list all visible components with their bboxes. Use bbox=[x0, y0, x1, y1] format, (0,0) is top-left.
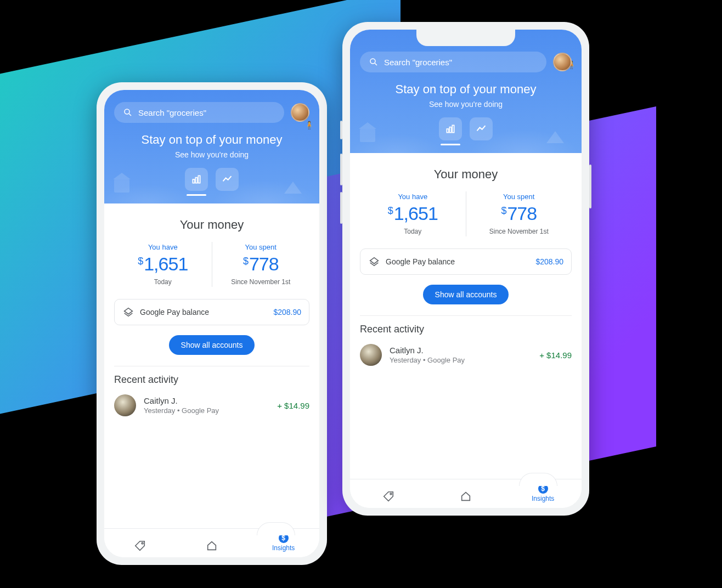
phone-mockup-left: 🧍 Search "groceries" Stay on top of your… bbox=[97, 82, 327, 565]
you-spent-label: You spent bbox=[217, 243, 306, 251]
money-summary: You have $1,651 Today You spent $778 Sin… bbox=[114, 242, 309, 287]
svg-rect-2 bbox=[447, 129, 448, 133]
search-placeholder: Search "groceries" bbox=[138, 108, 206, 117]
activity-amount: + $14.99 bbox=[277, 401, 309, 410]
google-pay-balance-card[interactable]: Google Pay balance $208.90 bbox=[360, 248, 572, 275]
recent-activity-heading: Recent activity bbox=[114, 374, 309, 386]
svg-point-0 bbox=[370, 59, 375, 64]
tab-underline bbox=[441, 144, 460, 145]
svg-rect-9 bbox=[195, 178, 197, 183]
divider bbox=[360, 315, 572, 316]
tab-bar-chart[interactable] bbox=[439, 117, 462, 140]
tab-bar-chart[interactable] bbox=[185, 168, 208, 191]
bar-chart-icon bbox=[445, 123, 456, 134]
tag-icon bbox=[382, 490, 394, 502]
nav-tab-offers[interactable] bbox=[366, 490, 410, 502]
activity-meta: Yesterday • Google Pay bbox=[144, 406, 269, 415]
nav-tab-offers[interactable] bbox=[118, 540, 162, 552]
activity-name: Caitlyn J. bbox=[144, 396, 269, 405]
bottom-nav: $ Insights bbox=[350, 479, 582, 508]
svg-rect-8 bbox=[193, 179, 194, 183]
home-icon bbox=[206, 540, 218, 552]
activity-name: Caitlyn J. bbox=[390, 346, 532, 355]
you-have-label: You have bbox=[364, 193, 461, 201]
you-have-label: You have bbox=[119, 243, 207, 251]
your-money-heading: Your money bbox=[114, 218, 309, 232]
google-pay-icon bbox=[122, 306, 134, 318]
you-have-amount: $1,651 bbox=[364, 203, 461, 224]
you-have-when: Today bbox=[119, 278, 207, 286]
svg-point-6 bbox=[125, 109, 129, 114]
activity-meta: Yesterday • Google Pay bbox=[390, 356, 532, 364]
you-spent-col: You spent $778 Since November 1st bbox=[212, 242, 310, 287]
trend-line-icon bbox=[222, 174, 233, 185]
recent-activity-heading: Recent activity bbox=[360, 324, 572, 335]
hero-subtitle: See how you're doing bbox=[114, 150, 309, 159]
hero-subtitle: See how you're doing bbox=[360, 100, 572, 109]
profile-avatar[interactable] bbox=[553, 53, 572, 71]
tab-underline bbox=[187, 194, 206, 196]
you-spent-label: You spent bbox=[471, 193, 568, 201]
svg-line-1 bbox=[375, 63, 377, 65]
nav-tab-insights[interactable]: $ Insights bbox=[521, 484, 565, 502]
money-summary: You have $1,651 Today You spent $778 Sin… bbox=[360, 191, 572, 236]
balance-name: Google Pay balance bbox=[386, 257, 455, 266]
tab-trend-line[interactable] bbox=[470, 117, 493, 140]
hero-section: 🧍 Search "groceries" Stay on top of your… bbox=[350, 30, 582, 153]
svg-point-11 bbox=[142, 542, 144, 544]
your-money-heading: Your money bbox=[360, 167, 572, 182]
balance-value: $208.90 bbox=[273, 308, 301, 316]
trend-line-icon bbox=[476, 123, 487, 134]
google-pay-icon bbox=[368, 256, 380, 268]
nav-tab-home[interactable] bbox=[444, 490, 488, 502]
bottom-nav: $ Insights bbox=[104, 528, 319, 557]
home-icon bbox=[460, 490, 472, 502]
tab-trend-line[interactable] bbox=[216, 168, 239, 191]
bar-chart-icon bbox=[191, 174, 202, 185]
balance-name: Google Pay balance bbox=[140, 308, 209, 316]
you-have-col: You have $1,651 Today bbox=[360, 191, 466, 236]
hero-section: 🧍 Search "groceries" Stay on top of your… bbox=[104, 90, 319, 203]
nav-label-insights: Insights bbox=[532, 495, 554, 502]
you-spent-amount: $778 bbox=[471, 203, 568, 224]
tag-icon bbox=[134, 540, 146, 552]
you-spent-col: You spent $778 Since November 1st bbox=[466, 191, 572, 236]
main-content: Your money You have $1,651 Today You spe… bbox=[104, 203, 319, 528]
svg-rect-10 bbox=[198, 176, 200, 183]
svg-point-5 bbox=[391, 493, 392, 495]
search-input[interactable]: Search "groceries" bbox=[114, 102, 284, 123]
activity-avatar bbox=[360, 344, 382, 366]
divider bbox=[114, 366, 309, 366]
you-spent-when: Since November 1st bbox=[471, 228, 568, 235]
show-all-accounts-button[interactable]: Show all accounts bbox=[423, 285, 509, 304]
search-input[interactable]: Search "groceries" bbox=[360, 52, 546, 72]
hero-title: Stay on top of your money bbox=[114, 133, 309, 147]
search-placeholder: Search "groceries" bbox=[384, 58, 452, 67]
phone-mockup-right: 🧍 Search "groceries" Stay on top of your… bbox=[342, 22, 589, 516]
you-spent-amount: $778 bbox=[217, 253, 306, 275]
search-icon bbox=[123, 108, 133, 117]
you-spent-when: Since November 1st bbox=[217, 278, 306, 286]
activity-avatar bbox=[114, 394, 136, 416]
google-pay-balance-card[interactable]: Google Pay balance $208.90 bbox=[114, 299, 309, 325]
svg-rect-4 bbox=[452, 125, 454, 132]
phone-notch bbox=[416, 30, 515, 46]
activity-row[interactable]: Caitlyn J. Yesterday • Google Pay + $14.… bbox=[360, 344, 572, 366]
nav-tab-home[interactable] bbox=[190, 540, 234, 552]
activity-amount: + $14.99 bbox=[539, 350, 572, 360]
you-have-col: You have $1,651 Today bbox=[114, 242, 212, 287]
you-have-when: Today bbox=[364, 228, 461, 235]
hero-title: Stay on top of your money bbox=[360, 82, 572, 97]
svg-rect-3 bbox=[449, 127, 451, 133]
activity-row[interactable]: Caitlyn J. Yesterday • Google Pay + $14.… bbox=[114, 394, 309, 416]
you-have-amount: $1,651 bbox=[119, 253, 207, 275]
svg-line-7 bbox=[129, 114, 131, 116]
profile-avatar[interactable] bbox=[291, 103, 309, 122]
nav-label-insights: Insights bbox=[272, 544, 295, 552]
show-all-accounts-button[interactable]: Show all accounts bbox=[169, 335, 255, 355]
balance-value: $208.90 bbox=[535, 257, 563, 266]
search-icon bbox=[369, 57, 379, 67]
nav-tab-insights[interactable]: $ Insights bbox=[262, 533, 306, 552]
main-content: Your money You have $1,651 Today You spe… bbox=[350, 153, 582, 479]
